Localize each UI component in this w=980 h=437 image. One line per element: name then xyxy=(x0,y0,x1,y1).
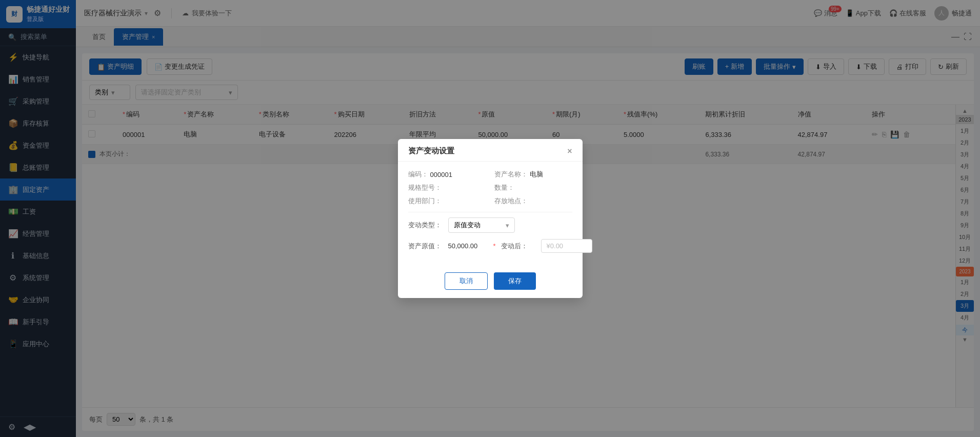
dept-label: 使用部门： xyxy=(408,196,442,206)
modal-title: 资产变动设置 xyxy=(408,146,454,156)
modal-overlay: 资产变动设置 × 编码： 000001 资产名称： 电脑 xyxy=(76,47,980,437)
after-change-label: 变动后： xyxy=(501,242,537,251)
modal-name-row: 资产名称： 电脑 xyxy=(494,170,572,179)
modal-body: 编码： 000001 资产名称： 电脑 规格型号： 数量： xyxy=(398,162,583,267)
modal-quantity-row: 数量： xyxy=(494,183,572,192)
main-area: 医疗器械行业演示 ▾ ⚙ ☁ 我要体验一下 💬 消息 99+ 📱 App下载 🎧… xyxy=(76,0,980,437)
change-type-row: 变动类型： 原值变动 ▾ xyxy=(408,217,572,233)
spec-label: 规格型号： xyxy=(408,183,442,192)
modal-divider xyxy=(408,212,572,212)
value-row: 资产原值： 50,000.00 * 变动后： ¥0.00 xyxy=(408,239,572,253)
modal-header: 资产变动设置 × xyxy=(398,139,583,162)
required-star: * xyxy=(493,242,496,250)
modal-dept-row: 使用部门： xyxy=(408,196,486,206)
original-value-label: 资产原值： xyxy=(408,242,444,251)
code-value: 000001 xyxy=(430,171,452,178)
original-value-display: 50,000.00 xyxy=(448,242,489,250)
change-type-value: 原值变动 xyxy=(454,221,481,230)
quantity-label: 数量： xyxy=(494,183,514,192)
code-label: 编码： xyxy=(408,170,428,179)
after-change-input[interactable]: ¥0.00 xyxy=(541,239,592,253)
cancel-button[interactable]: 取消 xyxy=(445,272,488,290)
modal-info-grid: 编码： 000001 资产名称： 电脑 规格型号： 数量： xyxy=(408,170,572,206)
modal-footer: 取消 保存 xyxy=(398,267,583,298)
asset-change-modal: 资产变动设置 × 编码： 000001 资产名称： 电脑 xyxy=(398,139,583,298)
modal-close-button[interactable]: × xyxy=(567,147,572,156)
location-label: 存放地点： xyxy=(494,196,528,206)
asset-name-value: 电脑 xyxy=(530,170,543,179)
change-type-caret-icon: ▾ xyxy=(506,222,509,229)
change-type-select[interactable]: 原值变动 ▾ xyxy=(448,217,515,233)
after-change-placeholder: ¥0.00 xyxy=(547,242,564,250)
save-button[interactable]: 保存 xyxy=(494,272,536,290)
modal-code-row: 编码： 000001 xyxy=(408,170,486,179)
content-area: 📋 资产明细 📄 变更生成凭证 刷账 + 新增 批量操作 xyxy=(76,47,980,437)
change-type-label: 变动类型： xyxy=(408,221,444,230)
modal-location-row: 存放地点： xyxy=(494,196,572,206)
asset-name-label: 资产名称： xyxy=(494,170,528,179)
modal-spec-row: 规格型号： xyxy=(408,183,486,192)
